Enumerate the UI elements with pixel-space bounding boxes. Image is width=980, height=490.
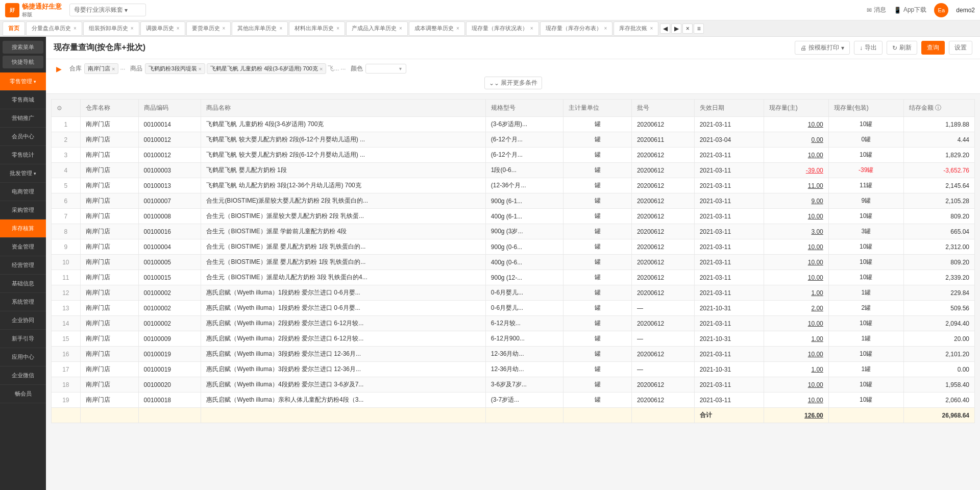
quick-nav-label: 快捷导航 [12, 59, 34, 65]
app-download-btn[interactable]: 📱 App下载 [894, 6, 926, 14]
product-tag-1-close[interactable]: × [199, 66, 202, 72]
cell-qty-main[interactable]: 10.00 [764, 239, 828, 255]
sidebar-item-app-center[interactable]: 应用中心 [0, 348, 46, 366]
cell-qty-main[interactable]: 10.00 [764, 255, 828, 270]
sidebar-item-finance[interactable]: 资金管理 [0, 238, 46, 256]
product-tag-2-close[interactable]: × [320, 66, 323, 72]
sidebar-item-basics[interactable]: 基础信息 [0, 275, 46, 293]
sidebar-item-members[interactable]: 会员中心 [0, 128, 46, 146]
tab-batch-close[interactable]: × [650, 26, 653, 31]
col-settings[interactable]: ⚙ [52, 100, 81, 117]
tab-next-btn[interactable]: ▶ [671, 23, 681, 34]
total-empty-8 [828, 408, 903, 423]
sidebar-item-retail-store[interactable]: 零售商城 [0, 91, 46, 109]
tab-stock-status-close[interactable]: × [530, 26, 533, 31]
cell-qty-main[interactable]: 10.00 [764, 377, 828, 393]
sidebar-item-procurement[interactable]: 采购管理 [0, 201, 46, 219]
cell-qty-main[interactable]: 9.00 [764, 193, 828, 209]
cell-qty-main[interactable]: 0.00 [764, 132, 828, 148]
cell-qty-main[interactable]: -39.00 [764, 163, 828, 178]
cell-warehouse: 南岸门店 [80, 178, 138, 193]
cell-name: 合生元（BIOSTIME）派星 婴儿配方奶粉 1段 乳铁蛋白的... [201, 239, 485, 255]
tab-menu-btn[interactable]: ≡ [694, 23, 704, 34]
cell-qty-main[interactable]: 10.00 [764, 347, 828, 362]
total-label: 合计 [694, 408, 764, 423]
sidebar-item-ecommerce[interactable]: 电商管理 [0, 183, 46, 201]
logo: 好 畅捷通好生意 标版 [5, 2, 62, 18]
query-btn[interactable]: 查询 [921, 41, 945, 55]
tab-cost[interactable]: 成本调整单历史 × [409, 21, 465, 36]
filter-bar: ▶ 合库 南岸门店 × ··· 商品 [46, 59, 980, 94]
cell-unit: 罐 [564, 255, 632, 270]
warehouse-tag-nananiandian[interactable]: 南岸门店 × [84, 63, 118, 74]
avatar[interactable]: Ea [934, 3, 948, 17]
export-btn[interactable]: ↓ 导出 [854, 41, 883, 55]
cell-qty-main[interactable]: 3.00 [764, 224, 828, 239]
cell-qty-main[interactable]: 10.00 [764, 316, 828, 331]
tab-dismantle[interactable]: 组装拆卸单历史 × [83, 21, 139, 36]
tab-stock-dist[interactable]: 现存量（库存分布表） × [540, 21, 613, 36]
product-tag-2[interactable]: 飞鹤星飞帆 儿童奶粉 4段(3-6岁适用) 700克 × [207, 63, 326, 74]
tab-other-out-close[interactable]: × [279, 26, 282, 31]
cell-qty-main[interactable]: 10.00 [764, 148, 828, 163]
sidebar-item-retail-mgmt[interactable]: 零售管理 ▾ [0, 72, 46, 91]
cell-qty-main[interactable]: 10.00 [764, 393, 828, 408]
cell-qty-main[interactable]: 1.00 [764, 362, 828, 377]
total-qty-main[interactable]: 126.00 [764, 408, 828, 423]
message-btn[interactable]: ✉ 消息 [867, 6, 886, 14]
quick-nav-btn[interactable]: 快捷导航 [3, 56, 43, 68]
cell-code: 00100012 [138, 148, 201, 163]
cell-qty-main[interactable]: 10.00 [764, 209, 828, 224]
tab-close-btn[interactable]: × [682, 23, 693, 34]
cell-qty-main[interactable]: 11.00 [764, 178, 828, 193]
sidebar-item-retail-stats[interactable]: 零售统计 [0, 146, 46, 164]
tab-prev-btn[interactable]: ◀ [660, 23, 670, 34]
cell-qty-main[interactable]: 1.00 [764, 285, 828, 301]
tab-dismantle-close[interactable]: × [131, 26, 134, 31]
tab-other-out[interactable]: 其他出库单历史 × [232, 21, 288, 36]
tab-split-close[interactable]: × [74, 26, 77, 31]
user-initial: Ea [938, 7, 945, 13]
sidebar-item-vip[interactable]: 畅会员 [0, 385, 46, 403]
product-tag-1[interactable]: 飞鹤奶粉3段丙堤装 × [145, 63, 205, 74]
sidebar-item-enterprise[interactable]: 企业协同 [0, 311, 46, 330]
warehouse-tag-close[interactable]: × [112, 66, 115, 72]
expand-btn[interactable]: ⌄⌄ 展开更多条件 [484, 77, 542, 89]
color-selector[interactable]: ▾ [365, 64, 406, 74]
tab-cost-close[interactable]: × [456, 26, 459, 31]
sidebar-item-onboarding[interactable]: 新手引导 [0, 330, 46, 348]
tab-split[interactable]: 分量盘点单历史 × [26, 21, 82, 36]
tab-demand[interactable]: 要货单历史 × [186, 21, 231, 36]
filter-expand-arrow[interactable]: ▶ [54, 65, 64, 73]
sidebar-item-marketing[interactable]: 营销推广 [0, 109, 46, 128]
cell-spec: (12-36个月... [485, 178, 563, 193]
tab-stock-dist-close[interactable]: × [604, 26, 607, 31]
tab-product-in[interactable]: 产成品入库单历史 × [346, 21, 408, 36]
tab-material-out[interactable]: 材料出库单历史 × [289, 21, 345, 36]
tab-batch[interactable]: 库存批次账 × [614, 21, 658, 36]
cell-qty-main[interactable]: 10.00 [764, 270, 828, 285]
settings-btn[interactable]: 设置 [949, 41, 972, 55]
tab-demand-close[interactable]: × [223, 26, 226, 31]
industry-selector[interactable]: 母婴行业演示账套 ▾ [69, 4, 146, 16]
sidebar-item-vip-label: 畅会员 [15, 390, 32, 397]
print-btn[interactable]: 🖨 按模板打印 ▾ [795, 41, 850, 55]
cell-qty-main[interactable]: 10.00 [764, 117, 828, 132]
tab-mix[interactable]: 调拨单历史 × [140, 21, 185, 36]
cell-qty-pack: 11罐 [828, 178, 903, 193]
sidebar-item-operations[interactable]: 经营管理 [0, 256, 46, 275]
cell-qty-main[interactable]: 1.00 [764, 331, 828, 347]
cell-qty-main[interactable]: 2.00 [764, 301, 828, 316]
sidebar-item-inventory[interactable]: 库存核算 [0, 219, 46, 238]
search-menu-btn[interactable]: 搜索菜单 [3, 41, 43, 54]
sidebar-item-enterprise-wechat[interactable]: 企业微信 [0, 366, 46, 385]
tab-stock-status[interactable]: 现存量（库存状况表） × [466, 21, 539, 36]
page-header-right: 🖨 按模板打印 ▾ ↓ 导出 ↻ 刷新 查询 设置 [795, 41, 972, 55]
sidebar-item-wholesale[interactable]: 批发管理 ▾ [0, 164, 46, 183]
tab-mix-close[interactable]: × [177, 26, 180, 31]
tab-material-out-close[interactable]: × [336, 26, 339, 31]
tab-product-in-close[interactable]: × [399, 26, 402, 31]
refresh-btn[interactable]: ↻ 刷新 [887, 41, 917, 55]
sidebar-item-system[interactable]: 系统管理 [0, 293, 46, 311]
tab-home[interactable]: 首页 [3, 21, 25, 36]
